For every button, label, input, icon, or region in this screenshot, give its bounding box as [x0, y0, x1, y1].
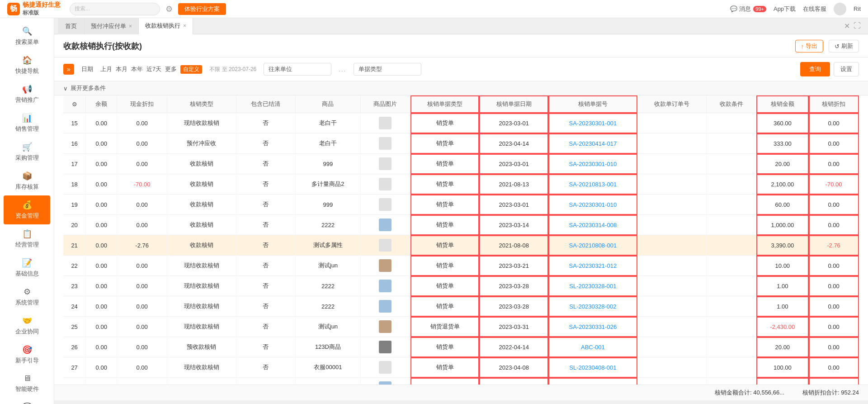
cell-balance: 0.00: [86, 337, 117, 357]
tab-writeoff-close[interactable]: ×: [183, 23, 186, 29]
filter-expand-button[interactable]: »: [63, 64, 74, 75]
sidebar-item-sales[interactable]: 📊 销售管理: [0, 109, 54, 138]
cell-doc-no[interactable]: SA-20230301-001: [548, 113, 637, 133]
page-header: 收款核销执行(按收款) ↑ 导出 ↺ 刷新: [54, 34, 868, 57]
notifications-btn[interactable]: 💬 消息 99+: [730, 5, 766, 13]
table-row: 26 0.00 0.00 预收款核销 否 123D商品 销货单 2022-04-…: [63, 337, 859, 357]
cell-pay-cond: [706, 113, 756, 133]
table-container[interactable]: ⚙ 余额 现金折扣 核销类型 包含已结清 商品 商品图片 核销单据类型 核销单据…: [54, 95, 868, 385]
from-unit-select[interactable]: 往来单位: [264, 63, 331, 76]
date-this-year[interactable]: 本年: [131, 65, 143, 73]
cell-balance: 0.00: [86, 296, 117, 317]
tab-prepay-close[interactable]: ×: [129, 23, 132, 29]
cell-doc-no[interactable]: SA-20210808-001: [548, 235, 637, 256]
tab-home[interactable]: 首页: [58, 18, 85, 34]
tab-prepay[interactable]: 预付冲应付单 ×: [85, 18, 139, 34]
export-button[interactable]: ↑ 导出: [795, 40, 824, 52]
sidebar-item-cooperation[interactable]: 🤝 企业协同: [0, 311, 54, 340]
date-last-7-days[interactable]: 近7天: [146, 65, 161, 73]
sidebar-item-wechat[interactable]: 💬 企业微信: [0, 398, 54, 404]
cell-doc-no[interactable]: SA-20230414-017: [548, 133, 637, 154]
sidebar-item-marketing[interactable]: 📢 营销推广: [0, 80, 54, 109]
cell-doc-no[interactable]: ABC-001: [548, 337, 637, 357]
cell-doc-no[interactable]: SL-20230418-001: [548, 378, 637, 385]
cell-discount: 0.00: [809, 357, 859, 378]
sidebar-item-hardware[interactable]: 🖥 智能硬件: [0, 369, 54, 398]
tab-expand-btn[interactable]: ⛶: [854, 22, 861, 30]
cell-discount: 0.00: [809, 276, 859, 296]
cell-doc-no[interactable]: SA-20230301-010: [548, 154, 637, 174]
col-doc-no-header: 核销单据号: [548, 95, 637, 113]
settings-icon[interactable]: ⚙: [165, 4, 173, 14]
cell-settled: 否: [236, 215, 296, 235]
table-settings-icon[interactable]: ⚙: [72, 101, 77, 108]
sidebar-item-system[interactable]: ⚙ 系统管理: [0, 282, 54, 311]
cell-order-no: [637, 256, 707, 276]
refresh-button[interactable]: ↺ 刷新: [829, 40, 859, 52]
col-balance-header: 余额: [86, 95, 117, 113]
sidebar-item-purchase[interactable]: 🛒 采购管理: [0, 138, 54, 166]
date-this-month[interactable]: 本月: [116, 65, 127, 73]
date-more[interactable]: 更多: [165, 65, 177, 73]
filter-settings-button[interactable]: 设置: [834, 62, 859, 76]
inventory-icon: 📦: [22, 171, 32, 181]
sidebar-item-operations[interactable]: 📋 经营管理: [0, 224, 54, 253]
cell-pay-cond: [706, 256, 756, 276]
cell-goods: 老白干: [296, 133, 360, 154]
basic-info-icon: 📝: [22, 258, 32, 268]
col-settings[interactable]: ⚙: [63, 95, 86, 113]
date-last-month[interactable]: 上月: [100, 65, 112, 73]
sidebar-item-inventory[interactable]: 📦 库存核算: [0, 166, 54, 195]
cell-doc-date: 2022-04-14: [479, 337, 548, 357]
expand-more-bar[interactable]: ∨ 展开更多条件: [54, 81, 868, 95]
cell-doc-no[interactable]: SA-20230331-026: [548, 317, 637, 337]
cell-doc-no[interactable]: SA-20230301-010: [548, 195, 637, 215]
sidebar: 🔍 搜索菜单 🏠 快捷导航 📢 营销推广 📊 销售管理 🛒 采购管理 📦 库存核…: [0, 18, 54, 404]
cell-amount: 1,000.00: [756, 215, 809, 235]
cell-cash-discount: 0.00: [117, 154, 167, 174]
tab-close-all-btn[interactable]: ✕: [844, 22, 850, 30]
cell-pay-cond: [706, 133, 756, 154]
app-download-btn[interactable]: App下载: [774, 5, 796, 13]
cell-doc-date: 2023-04-08: [479, 357, 548, 378]
cell-doc-no[interactable]: SL-20230328-001: [548, 276, 637, 296]
cell-doc-no[interactable]: SA-20230321-012: [548, 256, 637, 276]
sidebar-label-operations: 经营管理: [15, 241, 39, 249]
voucher-type-select[interactable]: 单据类型: [354, 63, 421, 76]
tab-writeoff-label: 收款核销执行: [145, 22, 180, 30]
sidebar-item-search[interactable]: 🔍 搜索菜单: [0, 22, 54, 51]
goods-thumbnail: [379, 381, 392, 385]
sidebar-label-basic-info: 基础信息: [15, 270, 39, 278]
cell-goods-image: [360, 113, 410, 133]
cell-cash-discount: 0.00: [117, 317, 167, 337]
cell-order-no: [637, 113, 707, 133]
date-custom[interactable]: 自定义: [180, 65, 202, 74]
online-service-btn[interactable]: 在线客服: [803, 5, 826, 13]
sidebar-item-finance[interactable]: 💰 资金管理: [4, 195, 50, 224]
cell-type: 现结收款核销: [167, 296, 236, 317]
cell-doc-type: 销货退货单: [410, 317, 480, 337]
cell-type: 收款核销: [167, 154, 236, 174]
sidebar-item-basic-info[interactable]: 📝 基础信息: [0, 253, 54, 282]
horizontal-scrollbar[interactable]: [54, 400, 868, 404]
cell-doc-no[interactable]: SL-20230408-001: [548, 357, 637, 378]
cell-doc-no[interactable]: SL-20230328-002: [548, 296, 637, 317]
col-cash-discount-header: 现金折扣: [117, 95, 167, 113]
cell-order-no: [637, 235, 707, 256]
cell-type: 现结收款核销: [167, 317, 236, 337]
cell-doc-no[interactable]: SA-20230314-008: [548, 215, 637, 235]
sidebar-label-system: 系统管理: [15, 299, 39, 307]
tab-writeoff[interactable]: 收款核销执行 ×: [139, 18, 193, 34]
main-layout: 🔍 搜索菜单 🏠 快捷导航 📢 营销推广 📊 销售管理 🛒 采购管理 📦 库存核…: [0, 18, 868, 404]
industry-solution-button[interactable]: 体验行业方案: [178, 3, 226, 15]
sidebar-item-quick-nav[interactable]: 🏠 快捷导航: [0, 51, 54, 80]
table-row: 27 0.00 0.00 现结收款核销 否 衣服00001 销货单 2023-0…: [63, 357, 859, 378]
cell-balance: 0.00: [86, 256, 117, 276]
sidebar-item-guide[interactable]: 🎯 新手引导: [0, 340, 54, 369]
cell-pay-cond: [706, 174, 756, 195]
query-button[interactable]: 查询: [800, 62, 830, 76]
notifications-badge: 99+: [753, 6, 766, 12]
avatar[interactable]: [834, 3, 846, 15]
cell-amount: 20.00: [756, 154, 809, 174]
cell-doc-no[interactable]: SA-20210813-001: [548, 174, 637, 195]
